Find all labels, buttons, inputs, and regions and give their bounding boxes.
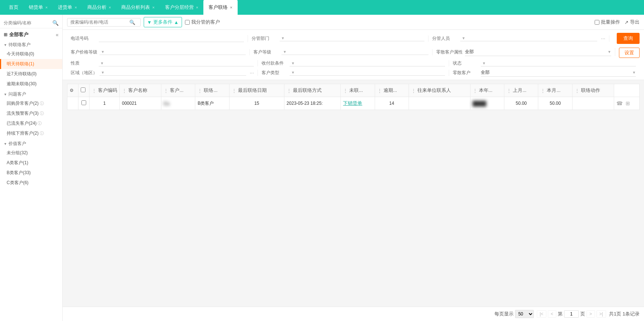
sidebar-group-title-value[interactable]: 价值客户 [0,138,62,148]
col-sort-icon: ⋮ [287,88,291,93]
close-icon[interactable]: × [230,5,232,10]
contacts-cell-text: ████ [473,101,486,106]
sidebar-item[interactable]: 已流失客户(24) ⓘ [0,118,62,128]
header-checkbox[interactable] [81,87,85,92]
table-wrapper: ⚙⋮客户编码⋮客户名称⋮客户...⋮联络...⋮最后联络日期⋮最后联络方式⋮未联… [63,80,644,307]
chevron-up-icon: ▲ [174,20,179,25]
sidebar-search-icon[interactable]: 🔍 [52,20,59,26]
batch-operations-button[interactable]: 批量操作 [595,19,620,25]
col-sort-icon: ⋮ [122,88,127,93]
nav-item-purchase-order[interactable]: 进货单× [53,0,82,15]
first-page-button[interactable]: |< [537,310,546,318]
my-customers-checkbox[interactable] [185,20,190,25]
customer-name-cell: Ea [161,97,195,110]
filter-row-3: 性质▼收付款条件▼状态▼ [67,60,640,66]
nav-item-customer-tier[interactable]: 客户分层经营× [160,0,203,15]
sidebar-item[interactable]: 未分组(32) [0,148,62,158]
filter-panel: 电话号码分管部门▼分管人员▼···查询客户价格等级▼客户等级▼零散客户属性全部▼… [63,30,644,80]
contact-method-link[interactable]: 下销货单 [343,100,362,106]
toolbar-search-icon[interactable]: 🔍 [129,20,135,25]
row-checkbox-input[interactable] [81,100,86,105]
last-contact-method-cell: 下销货单 [341,97,375,110]
last-page-button[interactable]: >| [596,310,606,318]
info-icon: ⓘ [39,101,44,106]
batch-ops-checkbox[interactable] [595,20,599,25]
sidebar: 🔍 ⊞ 全部客户 « 待联络客户今天待联络(0)明天待联络(1)近7天待联络(0… [0,15,63,321]
filter-input-phone[interactable] [99,35,244,42]
data-table: ⚙⋮客户编码⋮客户名称⋮客户...⋮联络...⋮最后联络日期⋮最后联络方式⋮未联… [67,84,640,110]
customer-type-cell: B类客户 [195,97,229,110]
per-page-select[interactable]: 102050100 [515,310,534,318]
filter-item-dept: 分管部门▼ [248,35,429,42]
filter-label-retail-customer: 零散客户 [453,70,479,76]
sidebar-item[interactable]: B类客户(33) [0,168,62,178]
filter-select-retail-attr[interactable]: 全部▼ [465,48,611,56]
ellipsis-button[interactable]: ··· [601,35,605,41]
row-settings [67,97,78,110]
close-icon[interactable]: × [196,5,198,10]
toolbar: 🔍 ▼ 更多条件 ▲ 我分管的客户 批量操作 ↗ 导出 [63,15,644,30]
toolbar-search-input[interactable] [70,20,129,25]
close-icon[interactable]: × [74,5,77,10]
sidebar-group-title-problem[interactable]: 问题客户 [0,89,62,99]
filter-select-payment[interactable]: ▼ [290,61,445,66]
nav-item-home[interactable]: 首页 [4,0,24,15]
sidebar-search-input[interactable] [4,20,52,25]
sidebar-item[interactable]: 流失预警客户(3) ⓘ [0,108,62,118]
filter-label-customer-grade: 客户等级 [253,49,279,55]
all-customers-title[interactable]: ⊞ 全部客户 « [0,28,62,39]
nav-item-product-analysis-list[interactable]: 商品分析列表× [116,0,160,15]
sidebar-group-title-pending[interactable]: 待联络客户 [0,39,62,49]
last-month-cell: 50.00 [538,97,572,110]
table-footer: 每页显示102050100|<<第 页>>|共1页 1条记录 [63,307,644,321]
filter-select-dept[interactable]: ▼ [280,35,425,41]
current-page-input[interactable] [564,310,579,318]
next-page-button[interactable]: > [587,310,595,318]
sidebar-item[interactable]: C类客户(6) [0,178,62,188]
main-layout: 🔍 ⊞ 全部客户 « 待联络客户今天待联络(0)明天待联络(1)近7天待联络(0… [0,15,644,321]
ellipsis-button[interactable]: ··· [250,70,254,76]
nav-item-customer-contact[interactable]: 客户联络× [203,0,237,15]
this-year-cell: 50.00 [504,97,538,110]
close-icon[interactable]: × [109,5,111,10]
sidebar-item[interactable]: 回购异常客户(2) ⓘ [0,99,62,108]
sidebar-item[interactable]: 持续下滑客户(2) ⓘ [0,128,62,138]
close-icon[interactable]: × [45,5,48,10]
sidebar-item[interactable]: 今天待联络(0) [0,49,62,59]
close-icon[interactable]: × [152,5,154,10]
filter-select-customer-price-grade[interactable]: ▼ [99,49,246,55]
sidebar-item[interactable]: 近7天待联络(0) [0,69,62,79]
filter-select-status[interactable]: ▼ [481,61,636,66]
top-navigation: 首页销货单×进货单×商品分析×商品分析列表×客户分层经营×客户联络× [0,0,644,15]
grid-action-icon[interactable]: ⊞ [626,100,630,106]
query-button[interactable]: 查询 [617,33,640,44]
col-header-last-contact-date: ⋮最后联络日期 [229,84,284,97]
call-icon[interactable]: ☎ [616,100,623,106]
filter-select-retail-customer[interactable]: 全部▼ [481,69,636,77]
my-customers-checkbox-area[interactable]: 我分管的客户 [185,19,220,25]
nav-item-product-analysis[interactable]: 商品分析× [82,0,116,15]
prev-page-button[interactable]: < [548,310,556,318]
filter-select-customer-grade[interactable]: ▼ [281,49,428,55]
filter-item-customer-price-grade: 客户价格等级▼ [67,49,250,55]
settings-button[interactable]: 设置 [619,48,640,58]
filter-select-customer-type[interactable]: ▼ [290,70,445,76]
contacts-cell: ████ [470,97,504,110]
col-sort-icon: ⋮ [343,88,348,93]
filter-select-person[interactable]: ▼ [460,35,597,41]
more-filters-button[interactable]: ▼ 更多条件 ▲ [144,17,182,27]
col-header-checkbox [78,84,90,97]
collapse-icon[interactable]: « [56,32,59,38]
sidebar-item[interactable]: 逾期未联络(30) [0,79,62,89]
filter-select-nature[interactable]: ▼ [99,61,254,66]
export-button[interactable]: ↗ 导出 [624,19,640,25]
filter-select-region[interactable]: ▼ [99,70,246,76]
page-navigation: |<<第 页>>| [537,310,606,318]
sidebar-item[interactable]: A类客户(1) [0,158,62,168]
filter-item-region: 区域（地区）▼··· [67,70,258,76]
total-records-info: 共1页 1条记录 [609,311,640,317]
col-sort-icon: ⋮ [507,88,511,93]
nav-item-sales-order[interactable]: 销货单× [24,0,53,15]
col-sort-icon: ⋮ [540,88,545,93]
sidebar-item[interactable]: 明天待联络(1) [0,59,62,69]
